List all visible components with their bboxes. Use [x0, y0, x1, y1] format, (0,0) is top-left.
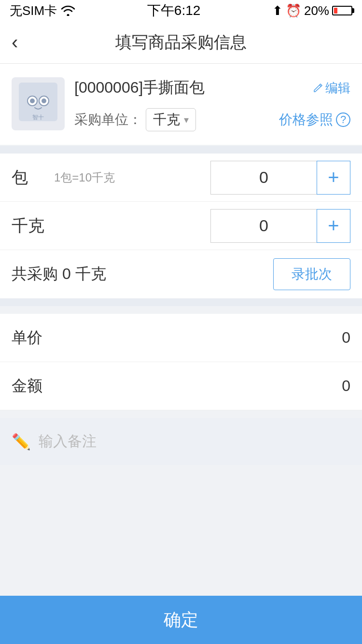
product-name: [0000006]手撕面包 [74, 77, 205, 98]
confirm-button[interactable]: 确定 [0, 596, 362, 644]
bao-sublabel: 1包=10千克 [54, 170, 210, 185]
unit-label: 采购单位： [74, 111, 142, 129]
kg-plus-button[interactable]: + [317, 209, 350, 243]
help-icon: ? [336, 112, 350, 127]
notes-section[interactable]: ✏️ 输入备注 [0, 418, 362, 465]
quantity-section: 包 1包=10千克 + 千克 + [0, 154, 362, 250]
kg-input[interactable] [210, 209, 317, 243]
unit-select[interactable]: 千克 ▾ [146, 108, 196, 131]
svg-text:智十: 智十 [32, 114, 44, 121]
summary-text: 共采购 0 千克 [12, 264, 273, 285]
divider-1 [0, 146, 362, 154]
unit-value: 千克 [153, 111, 180, 129]
wifi-icon [61, 5, 75, 16]
page-title: 填写商品采购信息 [115, 31, 247, 54]
summary-row: 共采购 0 千克 录批次 [0, 250, 362, 298]
divider-2 [0, 298, 362, 306]
unit-price-label: 单价 [12, 327, 342, 349]
amount-label: 金额 [12, 376, 342, 397]
product-logo: 智十 [19, 83, 57, 126]
bottom-spacer [0, 465, 362, 523]
svg-point-4 [42, 98, 46, 103]
unit-price-row: 单价 0 [0, 314, 362, 362]
battery-fill [334, 8, 337, 14]
header: ‹ 填写商品采购信息 [0, 21, 362, 64]
kg-input-control: + [210, 209, 350, 243]
purchase-unit-row: 采购单位： 千克 ▾ 价格参照 ? [74, 108, 350, 131]
price-ref-button[interactable]: 价格参照 ? [279, 111, 350, 129]
bao-plus-button[interactable]: + [317, 161, 350, 195]
status-time: 下午6:12 [147, 1, 201, 20]
back-button[interactable]: ‹ [12, 31, 18, 53]
bao-label: 包 [12, 167, 50, 189]
edit-button[interactable]: 编辑 [313, 80, 350, 97]
product-section: 智十 [0000006]手撕面包 编辑 采购单位： 千克 ▾ [0, 64, 362, 145]
bao-input-control: + [210, 161, 350, 195]
batch-button[interactable]: 录批次 [273, 258, 350, 290]
kg-row: 千克 + [0, 202, 362, 250]
product-info: [0000006]手撕面包 编辑 采购单位： 千克 ▾ 价格参照 ? [74, 77, 350, 131]
pencil-icon: ✏️ [12, 433, 31, 451]
battery-icon [332, 6, 352, 15]
bao-row: 包 1包=10千克 + [0, 154, 362, 202]
price-ref-label: 价格参照 [279, 111, 333, 129]
amount-row: 金额 0 [0, 362, 362, 410]
battery-pct: 20% [304, 3, 329, 18]
notes-placeholder: 输入备注 [39, 432, 97, 451]
kg-label: 千克 [12, 215, 50, 237]
status-bar: 无SIM卡 下午6:12 ⬆ ⏰ 20% [0, 0, 362, 21]
price-section: 单价 0 金额 0 [0, 314, 362, 410]
amount-value: 0 [342, 377, 350, 395]
product-name-row: [0000006]手撕面包 编辑 [74, 77, 350, 98]
status-left: 无SIM卡 [10, 2, 75, 19]
chevron-down-icon: ▾ [184, 114, 189, 126]
carrier-text: 无SIM卡 [10, 2, 57, 19]
status-right: ⬆ ⏰ 20% [272, 3, 352, 18]
bao-input[interactable] [210, 161, 317, 195]
unit-price-value: 0 [342, 329, 350, 347]
location-icon: ⬆ [272, 3, 283, 18]
alarm-icon: ⏰ [286, 3, 301, 18]
product-image: 智十 [12, 77, 65, 130]
svg-point-3 [30, 98, 35, 103]
